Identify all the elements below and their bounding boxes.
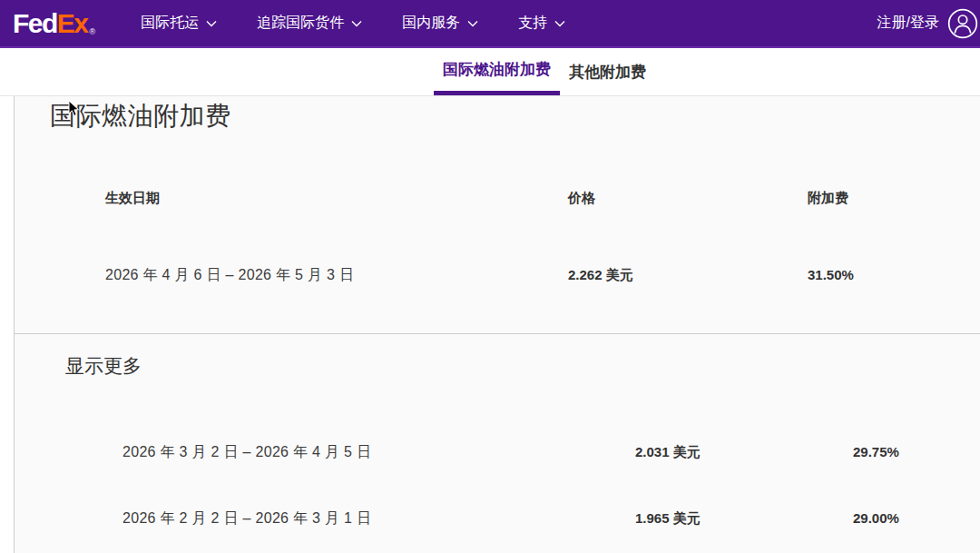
chevron-down-icon [554,20,565,27]
main-nav: 国际托运 追踪国际货件 国内服务 支持 [141,14,565,33]
logo-registered-mark: ® [90,28,96,36]
column-header-price: 价格 [568,184,808,212]
chevron-down-icon [206,20,217,27]
tab-label: 国际燃油附加费 [443,59,551,80]
logo-fed-text: Fed [13,10,57,37]
surcharge-tab-bar: 国际燃油附加费 其他附加费 [0,48,980,96]
page-title: 国际燃油附加费 [50,99,231,133]
table-row: 2026 年 4 月 6 日 – 2026 年 5 月 3 日 2.262 美元… [15,261,980,290]
effective-date-range: 2026 年 4 月 6 日 – 2026 年 5 月 3 日 [105,261,568,290]
price-value: 2.031 美元 [635,438,853,467]
table-row: 2026 年 3 月 2 日 – 2026 年 4 月 5 日 2.031 美元… [15,438,980,467]
surcharge-value: 29.00% [853,504,980,533]
effective-date-range: 2026 年 3 月 2 日 – 2026 年 4 月 5 日 [122,438,635,467]
column-header-effective-date: 生效日期 [105,184,568,212]
nav-item-domestic-services[interactable]: 国内服务 [402,14,478,33]
nav-item-label: 国内服务 [402,14,460,33]
register-login-button[interactable]: 注册/登录 [877,8,978,39]
top-navigation-bar: FedEx® 国际托运 追踪国际货件 国内服务 支持 注册/登录 [0,0,980,48]
nav-item-international-shipping[interactable]: 国际托运 [141,14,217,33]
tab-other-surcharges[interactable]: 其他附加费 [560,48,655,95]
surcharge-value: 29.75% [853,438,980,467]
nav-item-track-international[interactable]: 追踪国际货件 [257,14,362,33]
nav-item-label: 追踪国际货件 [257,14,344,33]
nav-item-label: 支持 [518,14,547,33]
nav-item-support[interactable]: 支持 [518,14,565,33]
register-login-label: 注册/登录 [877,14,939,33]
tab-label: 其他附加费 [569,62,646,83]
price-value: 1.965 美元 [635,504,853,533]
show-more-toggle[interactable]: 显示更多 [65,353,142,379]
price-value: 2.262 美元 [568,261,808,290]
column-header-surcharge: 附加费 [808,184,980,212]
effective-date-range: 2026 年 2 月 2 日 – 2026 年 3 月 1 日 [122,504,635,533]
fuel-surcharge-content: 国际燃油附加费 生效日期 价格 附加费 2026 年 4 月 6 日 – 202… [14,96,980,553]
fedex-logo[interactable]: FedEx® [13,10,95,37]
nav-item-label: 国际托运 [141,14,199,33]
section-divider [15,333,980,334]
logo-ex-text: Ex [57,10,88,37]
user-account-icon[interactable] [947,8,978,39]
table-header-row: 生效日期 价格 附加费 [15,184,980,212]
chevron-down-icon [351,20,362,27]
table-row: 2026 年 2 月 2 日 – 2026 年 3 月 1 日 1.965 美元… [15,504,980,533]
chevron-down-icon [467,20,478,27]
surcharge-value: 31.50% [808,261,980,290]
tab-international-fuel-surcharge[interactable]: 国际燃油附加费 [434,48,560,95]
tabs-group: 国际燃油附加费 其他附加费 [434,48,655,95]
